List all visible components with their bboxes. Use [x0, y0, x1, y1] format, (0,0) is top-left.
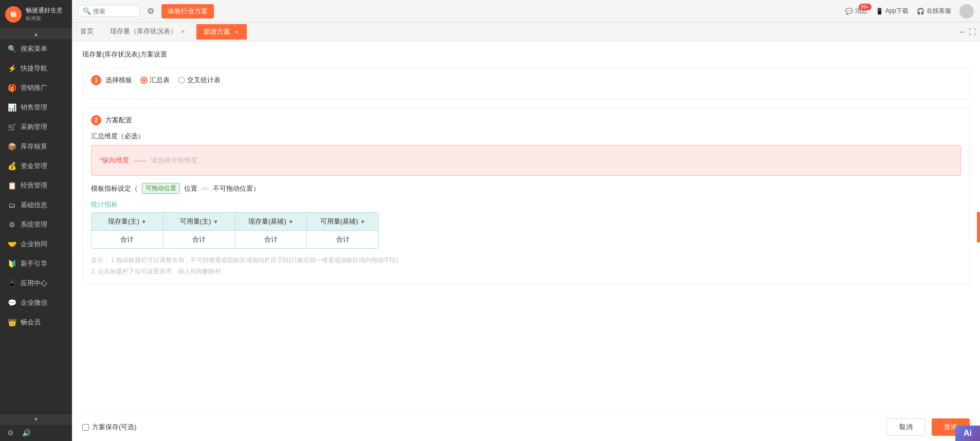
main-area: 🔍 ⚙ 体验行业方案 💬 消息 99+ 📱 App下载 🎧 在线客服 首页 — [72, 0, 980, 441]
radio-summary[interactable]: 汇总表 — [140, 76, 170, 85]
stats-col-2-footer: 合计 — [264, 235, 278, 244]
sidebar-scroll-down[interactable]: ▼ — [0, 414, 72, 424]
customer-service-button[interactable]: 🎧 在线客服 — [917, 7, 951, 15]
sidebar-item-apps[interactable]: 📱 应用中心 — [0, 273, 72, 293]
topbar-search-box[interactable]: 🔍 — [78, 5, 140, 17]
section2-title: 方案配置 — [105, 116, 132, 125]
stats-col-2-header: 现存量(基辅) — [248, 217, 286, 226]
sidebar-item-guide[interactable]: 🔰 新手引导 — [0, 254, 72, 273]
sidebar-audio-icon[interactable]: 🔊 — [22, 429, 31, 437]
sidebar-item-search[interactable]: 🔍 搜索菜单 — [0, 39, 72, 59]
sidebar-item-inventory[interactable]: 📦 库存核算 — [0, 137, 72, 156]
app-logo-icon: 畅 — [5, 6, 22, 23]
tab-inventory-close[interactable]: ✕ — [180, 29, 186, 34]
radio-summary-circle — [140, 77, 148, 84]
operation-icon: 📋 — [7, 181, 16, 190]
sidebar-item-basic[interactable]: 🗂 基础信息 — [0, 195, 72, 215]
chevron-col-3[interactable]: ▼ — [360, 219, 366, 225]
chevron-col-1[interactable]: ▼ — [213, 219, 219, 225]
app-version: 标准版 — [26, 15, 63, 22]
stats-col-0-footer: 合计 — [120, 235, 134, 244]
sidebar-logo: 畅 畅捷通好生意 标准版 — [0, 0, 72, 29]
chevron-col-2[interactable]: ▼ — [288, 219, 294, 225]
stats-col-2: 现存量(基辅) ▼ 合计 — [235, 213, 307, 248]
topbar-search-icon: 🔍 — [83, 7, 91, 15]
sidebar-settings-icon[interactable]: ⚙ — [7, 429, 14, 437]
stats-table-header: 现存量(主) ▼ 合计 可用量(主) ▼ 合计 — [92, 213, 378, 248]
indicator-not-draggable-tag — [202, 188, 209, 190]
app-download-button[interactable]: 📱 App下载 — [876, 7, 909, 15]
stats-col-3-header: 可用量(基辅) — [320, 217, 358, 226]
purchase-icon: 🛒 — [7, 122, 16, 132]
tab-new-plan-close[interactable]: ✕ — [233, 29, 240, 35]
save-checkbox[interactable] — [82, 424, 89, 431]
chevron-col-0[interactable]: ▼ — [141, 219, 147, 225]
section1-number: 1 — [91, 75, 101, 85]
customer-service-icon: 🎧 — [917, 8, 924, 15]
sidebar-item-operation[interactable]: 📋 经营管理 — [0, 176, 72, 195]
sidebar: 畅 畅捷通好生意 标准版 ▲ 🔍 搜索菜单 ⚡ 快捷导航 🎁 营销推广 📊 销售… — [0, 0, 72, 441]
search-menu-icon: 🔍 — [7, 44, 16, 53]
cancel-button[interactable]: 取消 — [886, 418, 925, 436]
sidebar-item-system[interactable]: ⚙ 系统管理 — [0, 215, 72, 234]
search-input[interactable] — [93, 8, 134, 15]
inventory-icon: 📦 — [7, 142, 16, 151]
guide-icon: 🔰 — [7, 259, 16, 268]
sidebar-item-purchase[interactable]: 🛒 采购管理 — [0, 117, 72, 137]
trial-button[interactable]: 体验行业方案 — [161, 4, 214, 19]
tab-home[interactable]: 首页 — [72, 23, 102, 41]
template-radio-group: 汇总表 交叉统计表 — [140, 76, 221, 85]
indicator-separator: 位置 — [184, 184, 197, 193]
dimension-label: 汇总维度（必选） — [91, 132, 961, 141]
sidebar-item-quick-nav[interactable]: ⚡ 快捷导航 — [0, 59, 72, 78]
sidebar-item-sales[interactable]: 📊 销售管理 — [0, 98, 72, 117]
app-name: 畅捷通好生意 — [26, 7, 63, 15]
dimension-area[interactable]: *纵向维度 —— 请选择分组维度 — [91, 145, 961, 176]
message-badge: 99+ — [859, 4, 872, 10]
message-icon: 💬 — [845, 8, 853, 15]
tab-maximize-icon[interactable]: ⛶ — [969, 28, 976, 36]
radio-cross[interactable]: 交叉统计表 — [178, 76, 221, 85]
stats-col-1: 可用量(主) ▼ 合计 — [164, 213, 235, 248]
sidebar-item-contract[interactable]: 🤝 企业协同 — [0, 234, 72, 254]
right-scroll-indicator[interactable] — [977, 212, 980, 243]
quick-nav-icon: ⚡ — [7, 64, 16, 73]
stats-col-0: 现存量(主) ▼ 合计 — [92, 213, 164, 248]
indicator-label-text: 模板指标设定（ — [91, 184, 138, 193]
stats-label: 统计指标 — [91, 200, 961, 209]
dimension-placeholder: 请选择分组维度 — [151, 156, 197, 165]
system-icon: ⚙ — [7, 220, 16, 229]
sidebar-scroll-up[interactable]: ▲ — [0, 29, 72, 39]
footer-save[interactable]: 方案保存(可选) — [82, 422, 137, 432]
finance-icon: 💰 — [7, 161, 16, 171]
indicator-not-draggable-text: 不可拖动位置） — [213, 184, 260, 193]
tab-bar: 首页 现存量（库存状况表） ✕ 新建方案 ✕ ─ ⛶ — [72, 23, 980, 42]
apps-icon: 📱 — [7, 279, 16, 288]
stats-col-1-footer: 合计 — [192, 235, 206, 244]
section-template: 1 选择模板 汇总表 交叉统计表 — [82, 67, 970, 99]
page-title: 现存量(库存状况表)方案设置 — [82, 50, 970, 59]
stats-col-0-header: 现存量(主) — [108, 217, 139, 226]
sidebar-item-marketing[interactable]: 🎁 营销推广 — [0, 78, 72, 98]
stats-col-1-header: 可用量(主) — [180, 217, 211, 226]
tab-minimize-icon[interactable]: ─ — [959, 28, 965, 36]
topbar-right: 💬 消息 99+ 📱 App下载 🎧 在线客服 — [845, 4, 974, 19]
tab-new-plan[interactable]: 新建方案 ✕ — [196, 24, 247, 40]
sidebar-item-finance[interactable]: 💰 资金管理 — [0, 156, 72, 176]
wechat-icon: 💬 — [7, 298, 16, 307]
topbar-settings-icon[interactable]: ⚙ — [147, 6, 154, 16]
sidebar-item-member[interactable]: 👑 畅会员 — [0, 313, 72, 332]
tab-inventory[interactable]: 现存量（库存状况表） ✕ — [102, 23, 194, 41]
dimension-required-star: *纵向维度 — [100, 156, 129, 165]
dimension-separator: —— — [133, 157, 147, 164]
user-avatar[interactable] — [959, 4, 974, 19]
sales-icon: 📊 — [7, 103, 16, 112]
contract-icon: 🤝 — [7, 240, 16, 249]
stats-col-3-footer: 合计 — [336, 235, 350, 244]
sidebar-item-wechat[interactable]: 💬 企业微信 — [0, 293, 72, 313]
indicator-draggable-tag: 可拖动位置 — [142, 183, 180, 194]
indicator-settings: 模板指标设定（ 可拖动位置 位置 不可拖动位置） — [91, 183, 961, 194]
radio-cross-circle — [178, 77, 185, 84]
message-button[interactable]: 💬 消息 99+ — [845, 7, 867, 15]
ai-badge[interactable]: Ai — [955, 426, 980, 441]
